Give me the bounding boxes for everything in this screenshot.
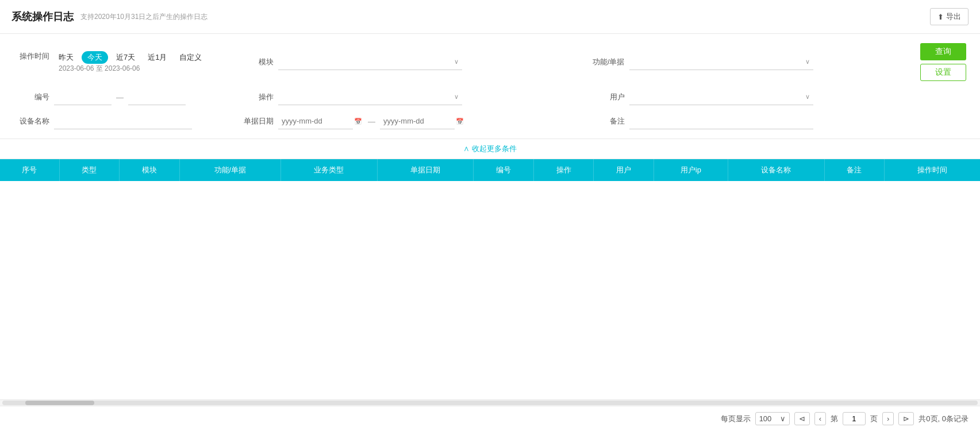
docdate-from-input[interactable] [278, 113, 353, 129]
col-remark: 备注 [824, 159, 884, 181]
col-type: 类型 [59, 159, 119, 181]
docdate-label: 单据日期 [232, 116, 278, 126]
device-filter: 设备名称 [14, 113, 209, 129]
total-text: 共0页, 0条记录 [918, 414, 969, 424]
page-title: 系统操作日志 [11, 10, 74, 24]
collapse-text: 收起更多条件 [472, 144, 517, 153]
page-subtitle: 支持2020年10月31日之后产生的操作日志 [80, 12, 207, 22]
number-input-from[interactable] [54, 89, 112, 105]
filter-row-3: 设备名称 单据日期 📅 — 📅 备注 [14, 113, 966, 129]
col-module: 模块 [120, 159, 179, 181]
docdate-filter: 单据日期 📅 — 📅 [232, 113, 560, 129]
per-page-label: 每页显示 [721, 414, 751, 424]
time-btn-today[interactable]: 今天 [82, 51, 108, 64]
title-area: 系统操作日志 支持2020年10月31日之后产生的操作日志 [11, 10, 207, 24]
query-button[interactable]: 查询 [920, 43, 966, 60]
per-page-chevron-icon: ∨ [780, 414, 786, 423]
module-label: 模块 [232, 57, 278, 67]
time-controls: 昨天 今天 近7天 近1月 自定义 2023-06-06 至 2023-06-0… [54, 51, 206, 74]
page-label: 第 [831, 414, 838, 424]
col-function: 功能/单据 [179, 159, 280, 181]
user-label: 用户 [583, 92, 629, 102]
operation-chevron-icon: ∨ [454, 93, 459, 101]
collapse-bar[interactable]: ∧ 收起更多条件 [0, 139, 980, 159]
empty-area [0, 181, 980, 365]
time-buttons: 昨天 今天 近7天 近1月 自定义 [54, 51, 206, 64]
number-dash: — [112, 93, 128, 102]
scrollbar-thumb[interactable] [25, 401, 94, 405]
page-suffix: 页 [870, 414, 878, 424]
col-biz-type: 业务类型 [281, 159, 378, 181]
time-filter-group: 操作时间 昨天 今天 近7天 近1月 自定义 2023-06-06 至 2023… [14, 51, 209, 74]
time-label: 操作时间 [14, 51, 54, 61]
table-container: 序号 类型 模块 功能/单据 业务类型 单据日期 编号 操作 用户 用户ip 设… [0, 159, 980, 399]
number-input-to[interactable] [128, 89, 186, 105]
data-table: 序号 类型 模块 功能/单据 业务类型 单据日期 编号 操作 用户 用户ip 设… [0, 159, 980, 181]
col-operation: 操作 [533, 159, 593, 181]
action-buttons: 查询 设置 [920, 43, 966, 81]
user-chevron-icon: ∨ [805, 93, 810, 101]
calendar-to-icon[interactable]: 📅 [456, 118, 464, 125]
nav-last-button[interactable]: ⊳ [898, 412, 914, 425]
nav-prev-button[interactable]: ‹ [814, 412, 826, 425]
function-select[interactable]: ∨ [629, 54, 813, 70]
per-page-select[interactable]: 100 ∨ [755, 412, 790, 425]
filter-section: 操作时间 昨天 今天 近7天 近1月 自定义 2023-06-06 至 2023… [0, 34, 980, 139]
export-icon: ⬆ [937, 13, 944, 21]
function-label: 功能/单据 [583, 57, 629, 67]
export-button[interactable]: ⬆ 导出 [930, 8, 969, 25]
filter-row-1: 操作时间 昨天 今天 近7天 近1月 自定义 2023-06-06 至 2023… [14, 43, 966, 81]
table-header: 序号 类型 模块 功能/单据 业务类型 单据日期 编号 操作 用户 用户ip 设… [0, 159, 980, 181]
operation-select[interactable]: ∨ [278, 89, 462, 105]
user-filter: 用户 ∨ [583, 89, 912, 105]
time-btn-7days[interactable]: 近7天 [112, 51, 140, 64]
operation-label: 操作 [232, 92, 278, 102]
docdate-to-input[interactable] [380, 113, 455, 129]
col-index: 序号 [0, 159, 59, 181]
col-op-time: 操作时间 [884, 159, 980, 181]
col-user-ip: 用户ip [654, 159, 728, 181]
horizontal-scrollbar[interactable] [0, 399, 980, 406]
export-label: 导出 [946, 11, 961, 22]
date-range-text: 2023-06-06 至 2023-06-06 [59, 64, 206, 74]
pagination-bar: 每页显示 100 ∨ ⊲ ‹ 第 页 › ⊳ 共0页, 0条记录 [0, 406, 980, 427]
device-label: 设备名称 [14, 116, 54, 126]
device-input[interactable] [54, 113, 192, 129]
calendar-from-icon[interactable]: 📅 [354, 118, 362, 125]
module-chevron-icon: ∨ [454, 58, 459, 66]
col-doc-date: 单据日期 [377, 159, 474, 181]
scrollbar-track [2, 401, 978, 405]
col-user: 用户 [594, 159, 654, 181]
nav-next-button[interactable]: › [882, 412, 894, 425]
module-filter: 模块 ∨ [232, 54, 560, 70]
main-layout: 操作时间 昨天 今天 近7天 近1月 自定义 2023-06-06 至 2023… [0, 34, 980, 427]
remark-label: 备注 [583, 116, 629, 126]
nav-first-button[interactable]: ⊲ [794, 412, 810, 425]
remark-filter: 备注 [583, 113, 912, 129]
page-header: 系统操作日志 支持2020年10月31日之后产生的操作日志 ⬆ 导出 [0, 0, 980, 34]
remark-input[interactable] [629, 113, 813, 129]
settings-button[interactable]: 设置 [920, 64, 966, 81]
number-filter: 编号 — [14, 89, 209, 105]
col-number: 编号 [474, 159, 533, 181]
number-label: 编号 [14, 92, 54, 102]
docdate-dash: — [363, 117, 380, 126]
function-chevron-icon: ∨ [805, 58, 810, 66]
module-select[interactable]: ∨ [278, 54, 462, 70]
collapse-icon: ∧ [463, 144, 470, 153]
function-filter: 功能/单据 ∨ [583, 54, 912, 70]
current-page-input[interactable] [843, 412, 866, 425]
time-btn-1month[interactable]: 近1月 [143, 51, 171, 64]
per-page-value: 100 [759, 414, 772, 423]
table-header-row: 序号 类型 模块 功能/单据 业务类型 单据日期 编号 操作 用户 用户ip 设… [0, 159, 980, 181]
operation-filter: 操作 ∨ [232, 89, 560, 105]
col-device: 设备名称 [728, 159, 824, 181]
time-btn-yesterday[interactable]: 昨天 [54, 51, 78, 64]
user-select[interactable]: ∨ [629, 89, 813, 105]
filter-row-2: 编号 — 操作 ∨ 用户 ∨ [14, 89, 966, 105]
time-btn-custom[interactable]: 自定义 [175, 51, 206, 64]
